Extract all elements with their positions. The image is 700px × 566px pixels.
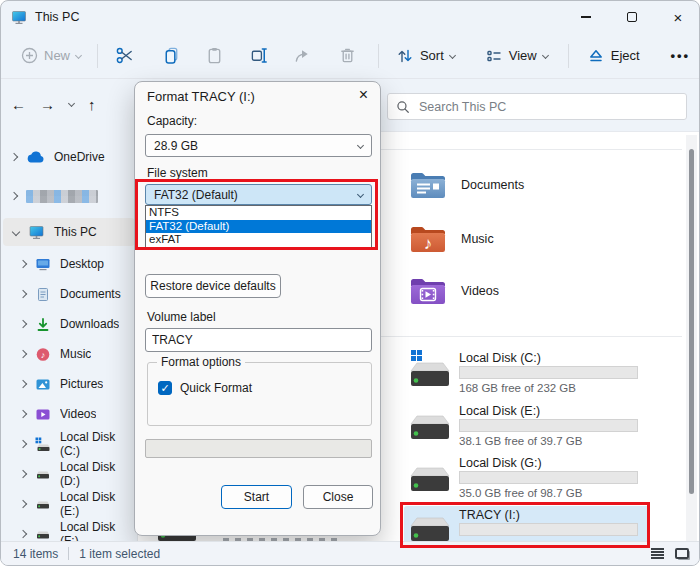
sidebar-item-local-disk-d[interactable]: Local Disk (D:) (1, 459, 137, 489)
share-button[interactable] (284, 40, 321, 72)
sidebar-item-pictures[interactable]: Pictures (1, 369, 137, 399)
start-button[interactable]: Start (221, 485, 292, 509)
chevron-right-icon (10, 192, 18, 200)
sidebar-item-label: Pictures (60, 377, 103, 391)
restore-defaults-button[interactable]: Restore device defaults (145, 274, 281, 298)
chevron-right-icon (19, 320, 27, 328)
view-options-icon (485, 47, 503, 65)
new-button[interactable]: New (13, 40, 89, 72)
items-count: 14 items (13, 547, 58, 561)
documents-folder-icon (409, 168, 447, 202)
drive-usage-bar (459, 419, 638, 432)
svg-text:♪: ♪ (41, 349, 46, 359)
sidebar-item-redacted[interactable] (1, 181, 137, 211)
copy-button[interactable] (153, 40, 190, 72)
format-options-group: Format options ✓ Quick Format (147, 362, 372, 426)
rename-button[interactable] (241, 40, 278, 72)
sidebar-item-videos[interactable]: Videos (1, 399, 137, 429)
sidebar-item-local-disk-e[interactable]: Local Disk (E:) (1, 489, 137, 519)
sidebar-item-documents[interactable]: Documents (1, 279, 137, 309)
drive-tile-local-disk-g[interactable]: Local Disk (G:) 35.0 GB free of 98.7 GB (404, 454, 650, 500)
close-button[interactable]: × (655, 1, 700, 33)
chevron-right-icon (19, 260, 27, 268)
chevron-down-icon (12, 228, 20, 236)
sidebar-item-label: Downloads (60, 317, 119, 331)
quick-format-option[interactable]: ✓ Quick Format (158, 381, 252, 395)
up-arrow-icon[interactable]: ↑ (88, 96, 96, 113)
minimize-button[interactable] (563, 1, 609, 33)
new-button-label: New (44, 48, 70, 63)
drive-tile-local-disk-e[interactable]: Local Disk (E:) 38.1 GB free of 39.7 GB (404, 402, 650, 448)
drive-icon (35, 497, 51, 512)
volume-label-caption: Volume label (147, 310, 216, 324)
sidebar-item-desktop[interactable]: Desktop (1, 249, 137, 279)
folder-tile-documents[interactable]: Documents (409, 163, 659, 207)
navigation-bar: ← → ↑ (11, 96, 96, 113)
maximize-button[interactable] (609, 1, 655, 33)
scrollbar-thumb[interactable] (689, 149, 694, 494)
folder-tile-label: Documents (461, 178, 524, 192)
close-icon: × (359, 86, 368, 103)
large-thumbnails-view-icon[interactable] (675, 548, 689, 559)
sidebar-item-local-disk-c[interactable]: Local Disk (C:) (1, 429, 137, 459)
chevron-down-icon[interactable] (68, 100, 75, 107)
start-button-label: Start (244, 490, 269, 504)
sidebar-item-this-pc[interactable]: This PC (3, 218, 135, 246)
chevron-right-icon (19, 380, 27, 388)
explorer-window: This PC × New (0, 0, 700, 566)
drive-capacity-caption: 168 GB free of 232 GB (459, 382, 576, 394)
drive-windows-icon (35, 437, 51, 452)
sort-button[interactable]: Sort (388, 40, 463, 72)
minimize-icon (581, 16, 591, 17)
document-icon (35, 287, 51, 302)
forward-arrow-icon[interactable]: → (40, 96, 55, 113)
eject-icon (587, 47, 605, 65)
chevron-down-icon (542, 52, 549, 59)
videos-icon (35, 407, 51, 422)
ellipsis-icon: ••• (670, 48, 690, 63)
sidebar-item-label: Music (60, 347, 91, 361)
chevron-right-icon (19, 350, 27, 358)
see-more-button[interactable]: ••• (662, 40, 699, 72)
eject-button[interactable]: Eject (579, 40, 648, 72)
cut-button[interactable] (106, 40, 143, 72)
chevron-down-icon (449, 52, 456, 59)
capacity-dropdown[interactable]: 28.9 GB (145, 134, 372, 157)
folder-tile-videos[interactable]: Videos (409, 269, 659, 313)
delete-button[interactable] (329, 40, 366, 72)
desktop-icon (35, 257, 51, 272)
sort-button-label: Sort (420, 48, 444, 63)
sidebar-item-music[interactable]: ♪ Music (1, 339, 137, 369)
folder-tile-music[interactable]: ♪ Music (409, 217, 659, 261)
sidebar-item-label: Local Disk (E:) (60, 490, 137, 518)
close-dialog-button[interactable]: Close (303, 485, 373, 509)
drive-tile-local-disk-c[interactable]: Local Disk (C:) 168 GB free of 232 GB (404, 349, 650, 395)
file-system-label: File system (147, 166, 208, 180)
drive-icon (409, 463, 451, 495)
checkbox-checked-icon[interactable]: ✓ (158, 381, 172, 395)
cut-icon (115, 46, 134, 65)
chevron-right-icon (19, 530, 27, 538)
music-folder-icon: ♪ (409, 222, 447, 256)
pictures-icon (35, 377, 51, 392)
drive-icon (35, 527, 51, 542)
paste-button[interactable] (196, 40, 233, 72)
sidebar-item-onedrive[interactable]: OneDrive (1, 142, 137, 172)
toolbar-separator (378, 44, 379, 68)
drive-capacity-caption: 38.1 GB free of 39.7 GB (459, 435, 582, 447)
volume-label-input[interactable] (145, 328, 372, 352)
back-arrow-icon[interactable]: ← (11, 96, 26, 113)
view-button[interactable]: View (477, 40, 556, 72)
videos-folder-icon (409, 274, 447, 308)
onedrive-cloud-icon (26, 150, 45, 164)
dialog-close-button[interactable]: × (359, 86, 368, 104)
details-view-icon[interactable] (651, 548, 664, 559)
drive-icon (35, 467, 51, 482)
copy-icon (162, 46, 181, 65)
svg-text:♪: ♪ (424, 234, 433, 253)
search-input[interactable] (417, 99, 678, 115)
folder-tile-label: Music (461, 232, 494, 246)
sidebar-item-downloads[interactable]: Downloads (1, 309, 137, 339)
search-icon (396, 100, 410, 114)
quick-format-label: Quick Format (180, 381, 252, 395)
